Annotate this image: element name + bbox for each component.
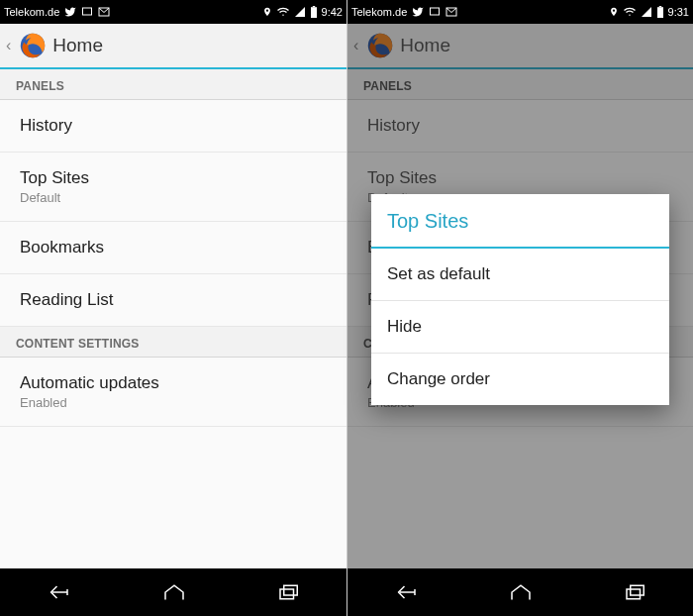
app-header: ‹ Home [347,24,693,69]
carrier-label: Telekom.de [351,6,407,18]
row-label: Bookmarks [20,238,327,257]
row-history[interactable]: History [347,100,693,153]
location-icon [609,6,619,18]
svg-rect-2 [311,7,317,18]
battery-icon [656,6,664,18]
svg-rect-6 [284,585,298,595]
dialog-item-hide[interactable]: Hide [371,301,669,354]
app-header: ‹ Home [0,24,346,69]
firefox-logo-icon[interactable] [19,32,47,59]
nav-back-icon[interactable] [46,583,71,601]
section-panels: PANELS [0,69,346,100]
page-title: Home [52,35,103,56]
mail-icon [97,6,111,18]
context-menu-dialog: Top Sites Set as default Hide Change ord… [371,194,669,405]
signal-icon [294,6,306,18]
nav-home-icon[interactable] [162,583,186,601]
carrier-label: Telekom.de [4,6,59,18]
svg-rect-7 [431,8,440,15]
svg-rect-0 [83,8,92,15]
status-bar: Telekom.de 9:42 [0,0,346,24]
row-reading-list[interactable]: Reading List [0,274,346,327]
nav-bar [0,568,346,616]
status-bar: Telekom.de 9:31 [347,0,693,24]
battery-icon [310,6,318,18]
svg-rect-5 [280,589,294,599]
row-label: Top Sites [367,168,673,188]
row-label: Top Sites [20,168,327,188]
nav-home-icon[interactable] [509,583,533,601]
row-label: History [367,116,673,136]
dialog-title: Top Sites [371,194,669,249]
wifi-icon [623,6,637,18]
section-content-settings: CONTENT SETTINGS [0,327,346,358]
row-sublabel: Enabled [20,395,327,410]
twitter-icon [411,6,425,18]
svg-rect-10 [658,6,660,7]
svg-rect-3 [312,6,314,7]
screen-left: Telekom.de 9:42 [0,0,346,616]
row-label: Automatic updates [20,373,327,393]
screen-right: Telekom.de 9:31 [346,0,693,616]
row-automatic-updates[interactable]: Automatic updates Enabled [0,358,346,427]
dialog-item-change-order[interactable]: Change order [371,354,669,405]
clock-label: 9:42 [322,6,343,18]
row-label: History [20,116,327,136]
message-icon [81,6,93,18]
nav-recent-icon[interactable] [277,583,301,601]
dialog-item-set-default[interactable]: Set as default [371,249,669,301]
nav-back-icon[interactable] [393,583,419,601]
nav-recent-icon[interactable] [624,583,647,601]
back-icon[interactable]: ‹ [353,37,360,54]
clock-label: 9:31 [668,6,689,18]
content-area: PANELS History Top Sites Default Bookmar… [0,69,346,568]
page-title: Home [400,35,450,56]
nav-bar [347,568,693,616]
firefox-logo-icon[interactable] [366,32,394,59]
row-sublabel: Default [20,190,327,205]
svg-rect-13 [631,585,644,595]
location-icon [262,6,272,18]
svg-rect-12 [627,589,641,599]
row-top-sites[interactable]: Top Sites Default [0,153,346,222]
twitter-icon [63,6,77,18]
row-bookmarks[interactable]: Bookmarks [0,222,346,274]
mail-icon [445,6,458,18]
row-label: Reading List [20,290,327,310]
back-icon[interactable]: ‹ [6,37,13,54]
signal-icon [641,6,652,18]
wifi-icon [276,6,290,18]
section-panels: PANELS [347,69,693,100]
message-icon [429,6,441,18]
row-history[interactable]: History [0,100,346,153]
svg-rect-9 [657,7,663,18]
